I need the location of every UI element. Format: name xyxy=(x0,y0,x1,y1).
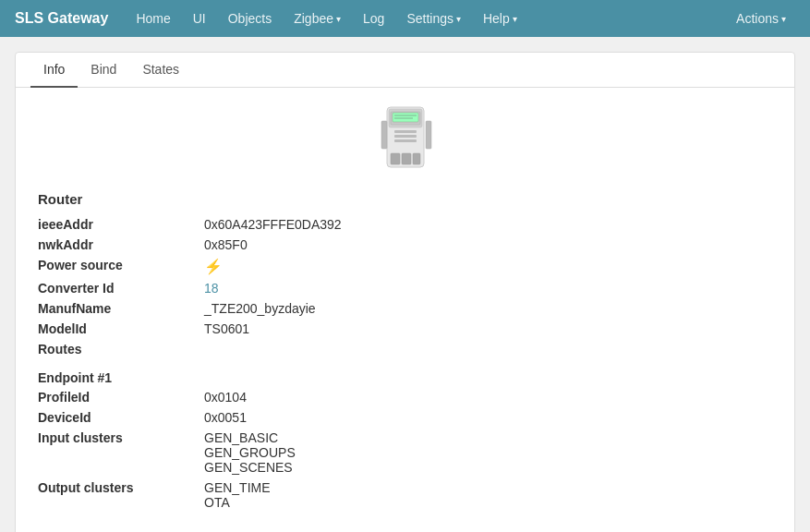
navbar-items: Home UI Objects Zigbee ▾ Log Settings ▾ … xyxy=(127,7,727,30)
value-converter[interactable]: 18 xyxy=(204,281,219,296)
navbar-right: Actions ▾ xyxy=(727,7,795,30)
label-power: Power source xyxy=(38,258,204,275)
field-input-clusters: Input clusters GEN_BASIC GEN_GROUPS GEN_… xyxy=(38,428,772,478)
endpoint-heading: Endpoint #1 xyxy=(38,367,772,387)
field-modelid: ModelId TS0601 xyxy=(38,319,772,339)
svg-rect-8 xyxy=(394,139,417,142)
value-output-clusters: GEN_TIME OTA xyxy=(204,480,271,510)
main-content: Info Bind States xyxy=(0,37,810,532)
device-image xyxy=(369,103,442,176)
nav-objects[interactable]: Objects xyxy=(219,7,281,30)
value-ieeeaddr: 0x60A423FFFE0DA392 xyxy=(204,217,342,232)
zigbee-dropdown-icon: ▾ xyxy=(336,14,341,24)
label-routes: Routes xyxy=(38,342,204,357)
settings-dropdown-icon: ▾ xyxy=(456,14,461,24)
tab-bar: Info Bind States xyxy=(16,53,794,88)
nav-home[interactable]: Home xyxy=(127,7,179,30)
value-nwkaddr: 0x85F0 xyxy=(204,237,248,252)
svg-rect-9 xyxy=(391,153,400,164)
output-cluster-1: OTA xyxy=(204,495,271,510)
device-type: Router xyxy=(38,191,772,207)
svg-rect-12 xyxy=(381,121,387,149)
nav-zigbee[interactable]: Zigbee ▾ xyxy=(284,7,350,30)
device-image-area xyxy=(38,103,772,176)
device-fields: ieeeAddr 0x60A423FFFE0DA392 nwkAddr 0x85… xyxy=(38,214,772,359)
label-output-clusters: Output clusters xyxy=(38,480,204,510)
field-routes: Routes xyxy=(38,339,772,359)
navbar: SLS Gateway Home UI Objects Zigbee ▾ Log… xyxy=(0,0,810,37)
endpoint-section: Endpoint #1 ProfileId 0x0104 DeviceId 0x… xyxy=(38,367,772,513)
svg-rect-6 xyxy=(394,130,417,133)
field-deviceid: DeviceId 0x0051 xyxy=(38,407,772,428)
input-cluster-1: GEN_GROUPS xyxy=(204,445,296,460)
label-converter: Converter Id xyxy=(38,281,204,296)
label-nwkaddr: nwkAddr xyxy=(38,237,204,252)
value-deviceid: 0x0051 xyxy=(204,410,247,425)
output-cluster-0: GEN_TIME xyxy=(204,480,271,495)
nav-settings[interactable]: Settings ▾ xyxy=(397,7,470,30)
svg-rect-13 xyxy=(426,121,431,149)
input-cluster-0: GEN_BASIC xyxy=(204,430,296,445)
svg-rect-3 xyxy=(393,113,418,122)
value-power: ⚡ xyxy=(204,258,223,275)
label-profileid: ProfileId xyxy=(38,390,204,405)
svg-rect-7 xyxy=(394,135,417,138)
field-profileid: ProfileId 0x0104 xyxy=(38,387,772,407)
tab-bind[interactable]: Bind xyxy=(78,53,129,88)
label-ieeeaddr: ieeeAddr xyxy=(38,217,204,232)
nav-log[interactable]: Log xyxy=(354,7,393,30)
nav-actions[interactable]: Actions ▾ xyxy=(727,7,795,30)
value-manufname: _TZE200_byzdayie xyxy=(204,301,316,316)
field-output-clusters: Output clusters GEN_TIME OTA xyxy=(38,478,772,513)
field-power: Power source ⚡ xyxy=(38,255,772,278)
field-nwkaddr: nwkAddr 0x85F0 xyxy=(38,235,772,255)
value-modelid: TS0601 xyxy=(204,321,249,336)
tab-states[interactable]: States xyxy=(129,53,192,88)
field-ieeeaddr: ieeeAddr 0x60A423FFFE0DA392 xyxy=(38,214,772,235)
nav-ui[interactable]: UI xyxy=(184,7,215,30)
svg-rect-11 xyxy=(413,153,420,164)
input-cluster-2: GEN_SCENES xyxy=(204,460,296,475)
svg-rect-10 xyxy=(402,153,411,164)
nav-help[interactable]: Help ▾ xyxy=(474,7,526,30)
tab-info[interactable]: Info xyxy=(30,53,78,88)
field-manufname: ManufName _TZE200_byzdayie xyxy=(38,298,772,319)
value-profileid: 0x0104 xyxy=(204,390,247,405)
field-converter: Converter Id 18 xyxy=(38,278,772,298)
label-modelid: ModelId xyxy=(38,321,204,336)
label-deviceid: DeviceId xyxy=(38,410,204,425)
help-dropdown-icon: ▾ xyxy=(513,14,517,24)
value-input-clusters: GEN_BASIC GEN_GROUPS GEN_SCENES xyxy=(204,430,296,475)
label-input-clusters: Input clusters xyxy=(38,430,204,475)
navbar-brand[interactable]: SLS Gateway xyxy=(15,10,108,27)
label-manufname: ManufName xyxy=(38,301,204,316)
device-card: Info Bind States xyxy=(15,52,795,532)
actions-dropdown-icon: ▾ xyxy=(781,14,786,24)
card-body: Router ieeeAddr 0x60A423FFFE0DA392 nwkAd… xyxy=(16,88,794,532)
